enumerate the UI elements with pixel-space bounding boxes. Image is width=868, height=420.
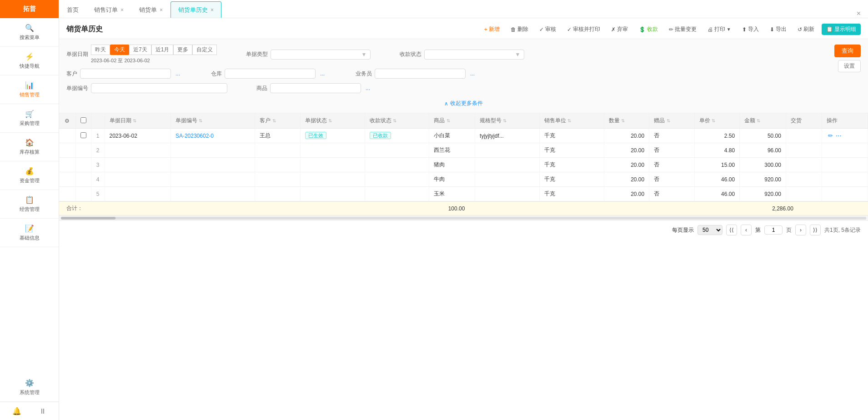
salesperson-input[interactable] <box>375 69 466 79</box>
cell-qty: 20.00 <box>604 129 649 143</box>
warehouse-ellipsis[interactable]: ... <box>318 70 326 77</box>
more-action[interactable]: ⋯ <box>834 132 843 139</box>
refresh-button[interactable]: ↺ 刷新 <box>794 24 818 35</box>
batch-change-button[interactable]: ✏ 批量变更 <box>665 24 700 35</box>
col-gift[interactable]: 赠品 ⇅ <box>649 113 694 129</box>
collapse-button[interactable]: ∧ 收起更多条件 <box>66 100 861 107</box>
sidebar-item-search-menu[interactable]: 🔍 搜索菜单 <box>0 18 59 47</box>
footer-label: 合计： <box>66 205 83 212</box>
cell-payment-status <box>365 187 429 201</box>
tab-home[interactable]: 首页 <box>59 1 86 18</box>
col-checkbox[interactable] <box>75 113 91 129</box>
page-size-select[interactable]: 50 100 200 <box>697 225 722 235</box>
goods-ellipsis[interactable]: ... <box>364 85 372 91</box>
select-all-checkbox[interactable] <box>80 117 86 123</box>
col-customer[interactable]: 客户 ⇅ <box>255 113 300 129</box>
display-button[interactable]: 📋 显示明细 <box>822 24 861 35</box>
sidebar-item-system-mgmt[interactable]: ⚙️ 系统管理 <box>0 373 59 402</box>
import-button[interactable]: ⬆ 导入 <box>738 24 763 35</box>
tab-sales-history-close[interactable]: × <box>211 7 214 13</box>
col-order-status[interactable]: 单据状态 ⇅ <box>300 113 365 129</box>
col-date[interactable]: 单据日期 ⇅ <box>105 113 171 129</box>
sidebar-item-quick-nav[interactable]: ⚡ 快捷导航 <box>0 47 59 75</box>
abandon-button[interactable]: ✗ 弃审 <box>607 24 632 35</box>
salesperson-ellipsis[interactable]: ... <box>468 70 477 77</box>
cell-checkbox[interactable] <box>75 172 91 187</box>
row-checkbox[interactable] <box>80 132 86 138</box>
col-qty[interactable]: 数量 ⇅ <box>604 113 649 129</box>
order-type-select[interactable]: ▼ <box>271 50 371 60</box>
tab-sales-goods-close[interactable]: × <box>160 7 163 13</box>
print-button[interactable]: 🖨 打印 ▼ <box>704 24 735 35</box>
last-page-btn[interactable]: ⟩⟩ <box>810 225 821 235</box>
col-amount[interactable]: 金额 ⇅ <box>740 113 786 129</box>
page-number-input[interactable] <box>764 225 783 235</box>
cell-row-num: 4 <box>91 172 105 187</box>
col-unit-price[interactable]: 单价 ⇅ <box>694 113 739 129</box>
sidebar-item-finance-mgmt[interactable]: 💰 资金管理 <box>0 161 59 190</box>
window-close-btn[interactable]: × <box>853 10 864 18</box>
date-custom[interactable]: 自定义 <box>192 45 217 55</box>
prev-page-btn[interactable]: ‹ <box>741 225 752 235</box>
cell-checkbox[interactable] <box>75 143 91 158</box>
operations-icon: 📋 <box>25 195 34 204</box>
table-row: 4 牛肉 千克 20.00 否 46.00 920.00 <box>59 172 868 187</box>
tab-sales-history[interactable]: 销货单历史 × <box>171 1 221 18</box>
set-button[interactable]: 设置 <box>838 60 861 72</box>
date-more[interactable]: 更多 <box>173 45 192 55</box>
cell-checkbox[interactable] <box>75 129 91 143</box>
first-page-btn[interactable]: ⟨⟨ <box>726 225 737 235</box>
col-payment-status[interactable]: 收款状态 ⇅ <box>365 113 429 129</box>
cell-amount: 920.00 <box>740 172 786 187</box>
warehouse-input[interactable] <box>225 69 316 79</box>
order-number-input[interactable] <box>91 83 227 93</box>
inventory-icon: 🏠 <box>25 138 34 147</box>
scrollbar-thumb[interactable] <box>61 217 115 220</box>
sidebar-item-inventory[interactable]: 🏠 库存核算 <box>0 133 59 161</box>
payment-status-select[interactable]: ▼ <box>424 50 524 60</box>
cell-checkbox[interactable] <box>75 158 91 172</box>
sidebar-item-basic-info[interactable]: 📝 基础信息 <box>0 219 59 247</box>
sidebar-item-sales-mgmt[interactable]: 📊 销售管理 <box>0 75 59 104</box>
goods-input[interactable] <box>270 83 361 93</box>
tab-sales-order[interactable]: 销售订单 × <box>86 1 131 18</box>
date-today[interactable]: 今天 <box>110 45 129 55</box>
spec-sort-icon: ⇅ <box>503 118 507 123</box>
cell-order-no[interactable] <box>171 187 255 201</box>
date-7days[interactable]: 近7天 <box>129 45 151 55</box>
sidebar-bottom-icon1[interactable]: 🔔 <box>12 407 21 415</box>
col-unit[interactable]: 销售单位 ⇅ <box>539 113 604 129</box>
sidebar-item-purchase-mgmt[interactable]: 🛒 采购管理 <box>0 104 59 133</box>
cell-order-no[interactable] <box>171 143 255 158</box>
tab-sales-goods[interactable]: 销货单 × <box>131 1 171 18</box>
add-button[interactable]: + 新增 <box>481 24 503 35</box>
col-action: 操作 <box>822 113 868 129</box>
cell-checkbox[interactable] <box>75 187 91 201</box>
sidebar-bottom-icon2[interactable]: ⏸ <box>39 407 46 415</box>
date-yesterday[interactable]: 昨天 <box>91 45 110 55</box>
col-spec[interactable]: 规格型号 ⇅ <box>475 113 540 129</box>
customer-ellipsis[interactable]: ... <box>174 70 182 77</box>
delete-button[interactable]: 🗑 删除 <box>507 24 532 35</box>
date-1month[interactable]: 近1月 <box>151 45 174 55</box>
col-order-no[interactable]: 单据编号 ⇅ <box>171 113 255 129</box>
cell-order-no[interactable] <box>171 172 255 187</box>
order-no-link[interactable]: SA-20230602-0 <box>176 133 214 139</box>
export-button[interactable]: ⬇ 导出 <box>766 24 790 35</box>
sidebar-item-operations[interactable]: 📋 经营管理 <box>0 190 59 219</box>
audit-button[interactable]: ✓ 审核 <box>536 24 560 35</box>
col-settings[interactable]: ⚙ <box>59 113 75 129</box>
customer-input[interactable] <box>80 69 171 79</box>
order-no-sort-icon: ⇅ <box>199 118 202 123</box>
collect-button[interactable]: 💲 收款 <box>635 24 662 35</box>
query-button[interactable]: 查询 <box>834 45 861 57</box>
audit-print-button[interactable]: ✓ 审核并打印 <box>563 24 604 35</box>
cell-order-no[interactable] <box>171 158 255 172</box>
cell-order-no[interactable]: SA-20230602-0 <box>171 129 255 143</box>
tab-sales-order-close[interactable]: × <box>120 7 124 13</box>
col-goods[interactable]: 商品 ⇅ <box>429 113 475 129</box>
next-page-btn[interactable]: › <box>795 225 806 235</box>
edit-action[interactable]: ✏ <box>827 132 834 139</box>
horizontal-scrollbar[interactable] <box>59 215 868 220</box>
cell-goods: 小白菜 <box>429 129 475 143</box>
